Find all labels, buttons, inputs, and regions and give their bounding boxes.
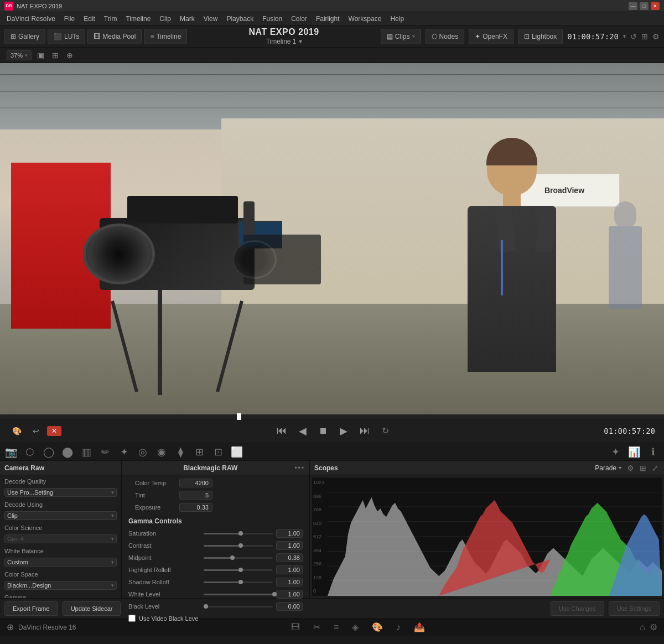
saturation-value[interactable] (276, 529, 303, 538)
scope-fullscreen-button[interactable]: ⤢ (651, 463, 660, 474)
black-level-slider[interactable] (204, 606, 273, 607)
footer-deliver-btn[interactable]: 📤 (412, 621, 427, 633)
timecode-dropdown[interactable]: ▾ (623, 33, 626, 39)
color-tab-sparkle[interactable]: ✦ (606, 444, 624, 460)
menu-workspace[interactable]: Workspace (344, 12, 386, 25)
step-back-button[interactable]: ◀ (295, 423, 310, 439)
menu-davinci[interactable]: DaVinci Resolve (2, 12, 60, 25)
decode-using-dropdown[interactable]: Clip ▾ (4, 511, 117, 520)
color-tab-pen[interactable]: ✏ (96, 444, 114, 460)
scope-expand-button[interactable]: ⊞ (639, 463, 647, 474)
midpoint-value[interactable] (276, 553, 303, 562)
footer-edit-btn[interactable]: ≡ (331, 621, 341, 633)
play-button[interactable]: ▶ (336, 423, 351, 439)
loop-button[interactable]: ↻ (378, 423, 392, 438)
nodes-button[interactable]: ⬡ Nodes (426, 29, 465, 44)
color-tab-key[interactable]: ⧫ (172, 444, 189, 460)
exposure-input[interactable] (179, 503, 212, 512)
minimize-button[interactable]: — (629, 2, 637, 10)
loop-mode-button[interactable]: ↩ (29, 424, 43, 438)
color-tab-nodes[interactable]: ⬡ (21, 444, 39, 460)
go-to-start-button[interactable]: ⏮ (273, 423, 290, 439)
viewer-mode-btn2[interactable]: ⊞ (50, 50, 61, 61)
color-tab-info[interactable]: ℹ (644, 444, 662, 460)
menu-timeline[interactable]: Timeline (121, 12, 155, 25)
close-button[interactable]: ✕ (651, 2, 660, 10)
viewer-mode-btn3[interactable]: ⊕ (64, 50, 75, 61)
mark-button[interactable]: ✕ (47, 426, 61, 436)
tint-input[interactable] (179, 491, 212, 500)
menu-playback[interactable]: Playback (222, 12, 258, 25)
menu-file[interactable]: File (60, 12, 79, 25)
menu-edit[interactable]: Edit (79, 12, 100, 25)
clips-button[interactable]: ▤ Clips ▾ (381, 29, 421, 44)
menu-help[interactable]: Help (386, 12, 408, 25)
viewer-mode-btn1[interactable]: ▣ (35, 50, 46, 61)
luts-button[interactable]: ⬛ LUTs (48, 29, 85, 44)
white-level-slider[interactable] (204, 594, 273, 595)
highlight-rolloff-value[interactable] (276, 565, 303, 574)
color-tab-bars[interactable]: ▥ (77, 444, 95, 460)
use-changes-button[interactable]: Use Changes (551, 601, 604, 616)
contrast-slider[interactable] (204, 545, 273, 547)
footer-color-btn[interactable]: 🎨 (370, 621, 385, 633)
color-space-dropdown[interactable]: Blackm...Design ▾ (4, 581, 117, 590)
footer-home-icon[interactable]: ⌂ (640, 622, 645, 632)
scope-type-dropdown[interactable]: Parade ▾ (595, 464, 621, 472)
menu-fusion[interactable]: Fusion (258, 12, 287, 25)
color-tab-resize[interactable]: ⊡ (209, 444, 227, 460)
menu-mark[interactable]: Mark (175, 12, 199, 25)
timeline-button[interactable]: ≡ Timeline (144, 29, 187, 44)
openfx-button[interactable]: ✦ OpenFX (469, 29, 513, 44)
color-tab-3d[interactable]: ⬜ (228, 444, 246, 460)
gallery-button[interactable]: ⊞ Gallery (4, 29, 45, 44)
timeline-dropdown-icon[interactable]: ▾ (299, 38, 302, 45)
maximize-button[interactable]: □ (640, 2, 649, 10)
shadow-rolloff-slider[interactable] (204, 581, 273, 583)
footer-media-btn[interactable]: 🎞 (289, 621, 302, 633)
scrubber-handle[interactable] (237, 413, 241, 420)
stop-button[interactable]: ⏹ (315, 424, 331, 438)
update-sidecar-button[interactable]: Update Sidecar (63, 601, 121, 616)
color-mode-button[interactable]: 🎨 (9, 424, 25, 438)
menu-color[interactable]: Color (287, 12, 312, 25)
color-temp-input[interactable] (179, 479, 212, 487)
highlight-rolloff-slider[interactable] (204, 569, 273, 571)
color-tab-wheels[interactable]: ⬤ (59, 444, 76, 460)
color-tab-curves[interactable]: ◯ (40, 444, 58, 460)
menu-trim[interactable]: Trim (100, 12, 122, 25)
refresh-button[interactable]: ↺ (630, 32, 637, 41)
menu-fairlight[interactable]: Fairlight (312, 12, 344, 25)
color-tab-overlay[interactable]: ⊞ (190, 444, 208, 460)
midpoint-slider[interactable] (204, 557, 273, 559)
lightbox-button[interactable]: ⊡ Lightbox (518, 29, 563, 44)
go-to-end-button[interactable]: ⏭ (356, 423, 373, 439)
color-tab-vignette[interactable]: ◎ (134, 444, 152, 460)
export-frame-button[interactable]: Export Frame (4, 601, 58, 616)
footer-cut-btn[interactable]: ✂ (311, 621, 323, 633)
menu-view[interactable]: View (199, 12, 222, 25)
white-balance-dropdown[interactable]: Custom ▾ (4, 558, 117, 567)
color-tab-graph[interactable]: 📊 (625, 444, 643, 460)
bmraw-options-button[interactable]: ••• (294, 464, 305, 472)
footer-settings-icon[interactable]: ⚙ (650, 622, 657, 632)
footer-fairlight-btn[interactable]: ♪ (394, 621, 403, 633)
zoom-display[interactable]: 37% ▾ (7, 50, 32, 60)
layout-button[interactable]: ⊞ (641, 32, 648, 41)
settings-button[interactable]: ⚙ (652, 32, 660, 41)
scope-settings-button[interactable]: ⚙ (626, 463, 635, 474)
decode-quality-dropdown[interactable]: Use Pro...Setting ▾ (4, 488, 117, 497)
shadow-rolloff-value[interactable] (276, 578, 303, 586)
use-settings-button[interactable]: Use Settings (609, 601, 660, 616)
media-pool-button[interactable]: 🎞 Media Pool (87, 29, 142, 44)
black-level-value[interactable] (276, 602, 303, 611)
contrast-value[interactable] (276, 541, 303, 550)
saturation-slider[interactable] (204, 533, 273, 534)
color-tab-blur[interactable]: ◉ (153, 444, 170, 460)
footer-fusion-btn[interactable]: ◈ (350, 621, 361, 633)
color-tab-camera[interactable]: 📷 (2, 444, 20, 460)
white-level-value[interactable] (276, 590, 303, 599)
color-tab-tool3[interactable]: ✦ (115, 444, 133, 460)
menu-clip[interactable]: Clip (155, 12, 175, 25)
timeline-scrubber[interactable] (0, 414, 664, 419)
